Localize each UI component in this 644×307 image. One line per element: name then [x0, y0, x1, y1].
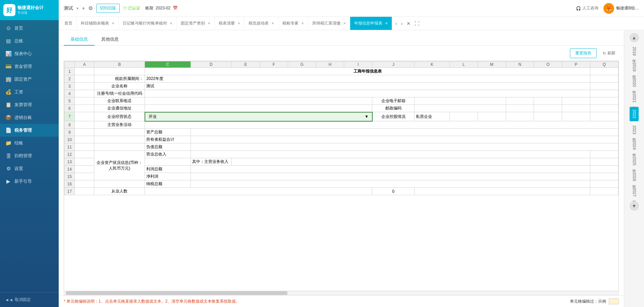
col-header-C[interactable]: C: [145, 61, 191, 68]
cell-13D[interactable]: 其中：主营业务收入: [191, 158, 232, 166]
cell-16D[interactable]: [191, 180, 590, 188]
sub-tab-basic[interactable]: 基础信息: [64, 34, 95, 46]
cell-13C[interactable]: [145, 158, 191, 166]
cell-1C-title[interactable]: 工商年报信息表: [145, 68, 590, 75]
tab-close-all-icon[interactable]: ✕: [405, 20, 412, 27]
cell-7C-dropdown[interactable]: 开业 ▼: [145, 112, 372, 121]
year-item-2022[interactable]: 2022年: [630, 107, 639, 121]
close-tab-icon[interactable]: ✕: [112, 21, 114, 25]
cell-13E[interactable]: [232, 158, 590, 166]
cell-14Q[interactable]: [590, 166, 619, 173]
cell-2Q[interactable]: [590, 75, 619, 83]
year-item-2025[interactable]: 2025年: [630, 154, 639, 168]
cell-1B[interactable]: [94, 68, 145, 75]
col-header-F[interactable]: F: [260, 61, 288, 68]
cell-3A[interactable]: [75, 83, 94, 90]
cell-6K[interactable]: [415, 105, 506, 112]
cell-7O[interactable]: [534, 112, 562, 121]
cell-8A[interactable]: [75, 121, 94, 129]
col-header-M[interactable]: M: [478, 61, 506, 68]
cell-17K[interactable]: [415, 188, 590, 195]
col-header-A[interactable]: A: [75, 61, 94, 68]
cell-15Q[interactable]: [590, 173, 619, 180]
cell-15C[interactable]: 净利润: [145, 173, 191, 180]
consult-button[interactable]: 🎧 人工咨询: [576, 5, 598, 11]
cell-4B[interactable]: 注册号/统一社会信用代码: [94, 90, 145, 97]
cell-1Q[interactable]: [590, 68, 619, 75]
cell-16Q[interactable]: [590, 180, 619, 188]
cell-12B-merged[interactable]: 企业资产状况信息(币种：人民币万元): [94, 151, 145, 180]
horizontal-scrollbar[interactable]: [64, 291, 619, 295]
cell-8C[interactable]: [145, 121, 619, 129]
cell-9C[interactable]: 资产总额: [145, 129, 191, 136]
unpin-button[interactable]: ◄◄ 取消固定: [5, 295, 54, 304]
col-header-I[interactable]: I: [344, 61, 372, 68]
tab-annual-report[interactable]: 年报信息申报表 ✕: [350, 17, 392, 30]
cell-17A[interactable]: [75, 188, 94, 195]
cell-6B[interactable]: 企业通信地址: [94, 105, 145, 112]
cell-10A[interactable]: [75, 136, 94, 143]
col-header-P[interactable]: P: [562, 61, 590, 68]
cell-9A[interactable]: [75, 129, 94, 136]
cell-2C[interactable]: 2022年度: [145, 75, 590, 83]
close-tab-icon[interactable]: ✕: [271, 21, 274, 25]
cell-15D[interactable]: [191, 173, 590, 180]
tab-prev-icon[interactable]: ‹: [394, 20, 399, 27]
cell-4Q[interactable]: [590, 90, 619, 97]
col-header-Q[interactable]: Q: [590, 61, 619, 68]
cell-7L[interactable]: [449, 112, 478, 121]
tab-expand-icon[interactable]: ⛶: [413, 20, 421, 27]
cell-5A[interactable]: [75, 97, 94, 105]
cell-6C[interactable]: [145, 105, 372, 112]
col-header-J[interactable]: J: [372, 61, 415, 68]
tab-next-icon[interactable]: ›: [399, 20, 405, 27]
close-tab-icon[interactable]: ✕: [208, 21, 210, 25]
dropdown-arrow-icon[interactable]: ▼: [365, 114, 369, 119]
year-item-2024[interactable]: 2024年: [630, 138, 639, 152]
cell-2A[interactable]: [75, 75, 94, 83]
tab-tax-register[interactable]: 税表清册 ✕: [215, 17, 245, 30]
tab-income-tax[interactable]: 所得税汇算清缴 ✕: [308, 17, 350, 30]
sidebar-item-settings[interactable]: ⚙ 设置: [0, 162, 59, 175]
refresh-button[interactable]: ↻ 刷新: [599, 48, 619, 58]
col-header-O[interactable]: O: [534, 61, 562, 68]
sidebar-item-closing[interactable]: 📁 结账: [0, 137, 59, 149]
cell-14D[interactable]: [191, 166, 590, 173]
col-header-B[interactable]: B: [94, 61, 145, 68]
year-item-2026[interactable]: 2026年: [630, 170, 639, 184]
cell-17Q[interactable]: [590, 188, 619, 195]
tab-tax-fluctuation[interactable]: 税负波动表 ✕: [245, 17, 278, 30]
col-header-E[interactable]: E: [232, 61, 260, 68]
cell-7J[interactable]: 企业控股情况: [372, 112, 415, 121]
col-header-K[interactable]: K: [415, 61, 450, 68]
cell-11D[interactable]: [191, 143, 618, 151]
sidebar-item-invoice[interactable]: 📋 发票管理: [0, 98, 59, 111]
settings-gear-icon[interactable]: ⚙: [88, 5, 93, 11]
cell-10D[interactable]: [191, 136, 618, 143]
year-item-2023[interactable]: 2023年: [630, 123, 639, 137]
close-tab-icon[interactable]: ✕: [237, 21, 240, 25]
cell-5K[interactable]: [415, 97, 506, 105]
sidebar-item-tax[interactable]: 📄 税务管理: [0, 124, 59, 137]
cell-13Q[interactable]: [590, 158, 619, 166]
cell-6J[interactable]: 邮政编码: [372, 105, 415, 112]
spreadsheet-container[interactable]: A B C D E F G H I J K L M: [64, 61, 619, 291]
sidebar-item-home[interactable]: ⊙ 首页: [0, 22, 59, 35]
cell-12D[interactable]: [191, 151, 590, 158]
cell-14C[interactable]: 利润总额: [145, 166, 191, 173]
cell-17C[interactable]: [145, 188, 372, 195]
cell-3Q[interactable]: [590, 83, 619, 90]
cell-12A[interactable]: [75, 151, 94, 158]
cell-7Q[interactable]: [590, 112, 619, 121]
cell-16A[interactable]: [75, 180, 94, 188]
year-item-2027[interactable]: 2027年: [630, 185, 639, 200]
year-item-2018[interactable]: 2018年: [630, 44, 639, 58]
sidebar-item-archive[interactable]: 🗄 归档管理: [0, 149, 59, 162]
cell-12C[interactable]: 营业总收入: [145, 151, 191, 158]
col-header-D[interactable]: D: [191, 61, 232, 68]
close-tab-icon[interactable]: ✕: [343, 21, 346, 25]
cell-5N[interactable]: [506, 97, 534, 105]
cell-16B[interactable]: [94, 180, 145, 188]
year-item-2021[interactable]: 2021年: [630, 91, 639, 105]
tab-auxiliary[interactable]: 科目辅助余额表 ✕: [77, 17, 119, 30]
